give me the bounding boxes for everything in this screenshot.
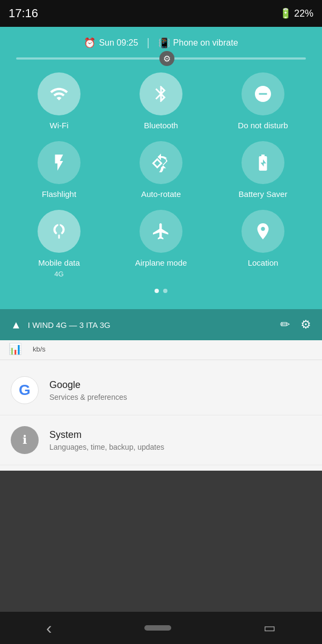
tile-batterysaver[interactable]: Battery Saver xyxy=(215,141,311,199)
airplane-icon-circle xyxy=(140,210,182,253)
signal-icon: ▲ xyxy=(11,319,21,331)
dnd-icon-circle xyxy=(241,72,284,115)
tile-mobiledata[interactable]: Mobile data 4G xyxy=(11,210,107,278)
qs-divider: | xyxy=(147,36,149,49)
settings-list: G Google Services & preferences ℹ System… xyxy=(0,360,322,471)
network-label-row: ▲ I WIND 4G — 3 ITA 3G xyxy=(11,319,111,331)
autorotate-icon-circle xyxy=(140,141,182,184)
batterysaver-label: Battery Saver xyxy=(239,189,288,199)
location-icon-circle xyxy=(241,210,284,253)
status-bar: 17:16 🔋 22% xyxy=(0,0,322,27)
tile-flashlight[interactable]: Flashlight xyxy=(11,141,107,199)
page-dots xyxy=(11,289,311,293)
system-icon: ℹ xyxy=(11,426,39,454)
autorotate-label: Auto-rotate xyxy=(141,189,181,199)
tile-location[interactable]: Location xyxy=(215,210,311,278)
mobiledata-label: Mobile data xyxy=(38,258,80,268)
alarm-time: Sun 09:25 xyxy=(99,38,138,48)
flashlight-icon-circle xyxy=(38,141,80,184)
system-subtitle: Languages, time, backup, updates xyxy=(49,443,164,451)
quick-settings-panel: ⏰ Sun 09:25 | 📳 Phone on vibrate Wi-Fi B xyxy=(0,27,322,309)
home-pill[interactable] xyxy=(144,625,171,631)
status-battery: 🔋 22% xyxy=(280,8,313,19)
google-title: Google xyxy=(49,379,127,391)
network-label: I WIND 4G — 3 ITA 3G xyxy=(28,320,111,330)
brightness-thumb[interactable] xyxy=(159,51,174,66)
settings-top-label: kb/s xyxy=(33,345,46,353)
dot-1 xyxy=(155,289,159,293)
tile-airplane[interactable]: Airplane mode xyxy=(113,210,209,278)
vibrate-label: Phone on vibrate xyxy=(173,38,238,48)
wifi-icon-circle xyxy=(38,72,80,115)
battery-icon: 🔋 xyxy=(280,8,291,19)
tile-bluetooth[interactable]: Bluetooth xyxy=(113,72,209,130)
dot-2 xyxy=(163,289,167,293)
settings-top-icon: 📊 xyxy=(9,342,22,355)
settings-item-google[interactable]: G Google Services & preferences xyxy=(0,365,322,415)
nav-bar: ‹ ▭ xyxy=(0,612,322,644)
system-title: System xyxy=(49,429,164,441)
google-icon: G xyxy=(11,376,39,404)
qs-bottom-action-icons: ✏ ⚙ xyxy=(280,318,311,332)
location-label: Location xyxy=(248,258,279,268)
status-time: 17:16 xyxy=(9,6,38,20)
recents-button[interactable]: ▭ xyxy=(264,620,276,635)
brightness-slider[interactable] xyxy=(16,57,306,60)
brightness-row[interactable] xyxy=(11,57,311,60)
tile-dnd[interactable]: Do not disturb xyxy=(215,72,311,130)
batterysaver-icon-circle xyxy=(241,141,284,184)
settings-item-system[interactable]: ℹ System Languages, time, backup, update… xyxy=(0,415,322,465)
alarm-icon: ⏰ xyxy=(84,37,96,49)
vibrate-info: 📳 Phone on vibrate xyxy=(158,37,238,49)
dnd-label: Do not disturb xyxy=(238,121,288,130)
back-button[interactable]: ‹ xyxy=(46,618,52,638)
tiles-grid: Wi-Fi Bluetooth Do not disturb Flashligh… xyxy=(11,72,311,278)
system-text: System Languages, time, backup, updates xyxy=(49,429,164,451)
edit-icon[interactable]: ✏ xyxy=(280,318,290,332)
alarm-info: ⏰ Sun 09:25 xyxy=(84,37,138,49)
vibrate-icon: 📳 xyxy=(158,37,170,49)
settings-top-bar: 📊 kb/s xyxy=(0,340,322,360)
bluetooth-icon-circle xyxy=(140,72,182,115)
wifi-label: Wi-Fi xyxy=(50,121,69,130)
google-subtitle: Services & preferences xyxy=(49,393,127,401)
airplane-label: Airplane mode xyxy=(135,258,187,268)
settings-icon[interactable]: ⚙ xyxy=(301,318,311,332)
qs-bottom-bar: ▲ I WIND 4G — 3 ITA 3G ✏ ⚙ xyxy=(0,309,322,340)
battery-percent: 22% xyxy=(294,8,313,19)
google-text: Google Services & preferences xyxy=(49,379,127,401)
bluetooth-label: Bluetooth xyxy=(144,121,178,130)
mobiledata-sublabel: 4G xyxy=(54,270,63,278)
qs-top-row: ⏰ Sun 09:25 | 📳 Phone on vibrate xyxy=(11,36,311,49)
mobiledata-icon-circle xyxy=(38,210,80,253)
tile-wifi[interactable]: Wi-Fi xyxy=(11,72,107,130)
flashlight-label: Flashlight xyxy=(42,189,76,199)
tile-autorotate[interactable]: Auto-rotate xyxy=(113,141,209,199)
